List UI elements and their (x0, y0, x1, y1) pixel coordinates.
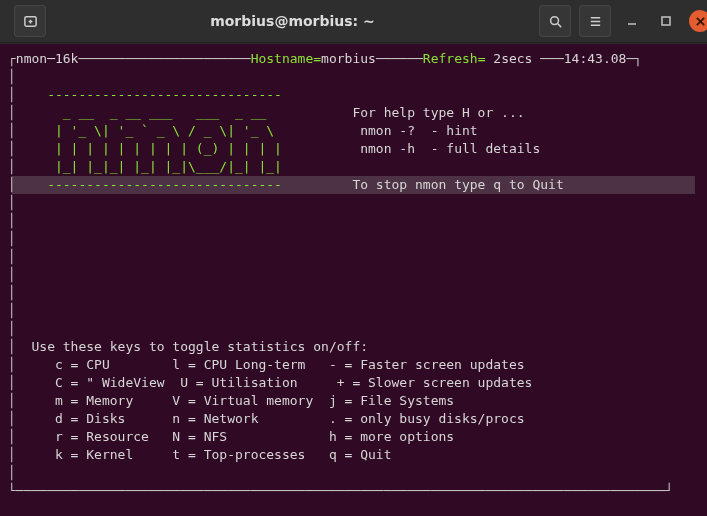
toggle-header: Use these keys to toggle statistics on/o… (31, 339, 368, 354)
logo-line: |_| |_|_| |_| |_|\___/|_| |_| (31, 159, 281, 174)
toggle-row: C = " WideView U = Utilisation + = Slowe… (31, 375, 532, 390)
toggle-row: r = Resource N = NFS h = more options (31, 429, 454, 444)
search-button[interactable] (539, 5, 571, 37)
new-tab-icon (23, 14, 38, 29)
close-button[interactable] (689, 10, 707, 32)
help-line-4: To stop nmon type q to Quit (352, 177, 563, 192)
status-left: nmon─16k (16, 51, 79, 66)
terminal-area[interactable]: ┌nmon─16k──────────────────────Hostname=… (0, 44, 707, 516)
maximize-button[interactable] (652, 7, 680, 35)
status-refresh-value: 2secs (485, 51, 540, 66)
minimize-button[interactable] (618, 7, 646, 35)
logo-line: | '_ \| '_ ` _ \ / _ \| '_ \ (31, 123, 281, 138)
status-host-label: Hostname= (251, 51, 321, 66)
close-icon (695, 16, 706, 27)
status-host-value: morbius (321, 51, 376, 66)
menu-button[interactable] (579, 5, 611, 37)
status-time: 14:43.08 (564, 51, 627, 66)
svg-rect-2 (662, 17, 670, 25)
window-title: morbius@morbius: ~ (50, 13, 535, 29)
toggle-row: c = CPU l = CPU Long-term - = Faster scr… (31, 357, 524, 372)
toggle-row: d = Disks n = Network . = only busy disk… (31, 411, 524, 426)
help-line-3: nmon -h - full details (352, 141, 540, 156)
status-refresh-label: Refresh= (423, 51, 486, 66)
logo-line: _ __ _ __ ___ ___ _ __ (31, 105, 281, 120)
help-line-2: nmon -? - hint (352, 123, 477, 138)
titlebar: morbius@morbius: ~ (0, 0, 707, 43)
search-icon (548, 14, 563, 29)
toggle-row: m = Memory V = Virtual memory j = File S… (31, 393, 454, 408)
terminal-text: ┌nmon─16k──────────────────────Hostname=… (0, 44, 707, 506)
minimize-icon (626, 15, 638, 27)
help-line-1: For help type H or ... (352, 105, 524, 120)
maximize-icon (660, 15, 672, 27)
logo-line: | | | | | | | | | (_) | | | | (31, 141, 281, 156)
hamburger-icon (588, 14, 603, 29)
logo-line: ------------------------------ (31, 87, 281, 102)
svg-point-1 (550, 16, 558, 24)
toggle-row: k = Kernel t = Top-processes q = Quit (31, 447, 391, 462)
logo-line: ------------------------------ (31, 177, 281, 192)
new-tab-button[interactable] (14, 5, 46, 37)
